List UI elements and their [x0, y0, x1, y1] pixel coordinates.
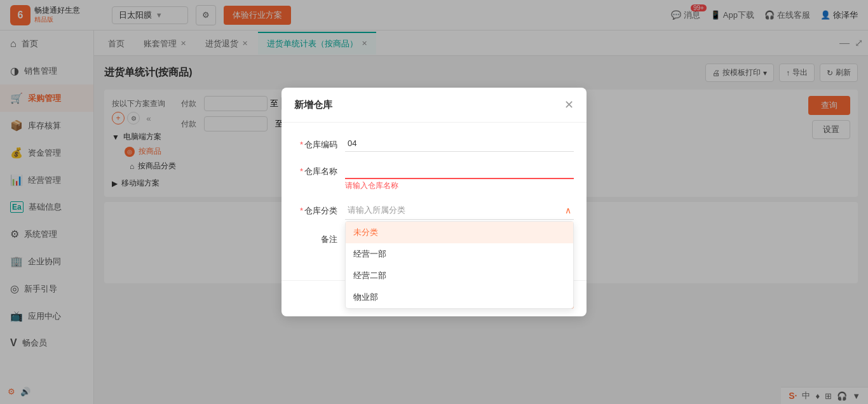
modal-title: 新增仓库 — [294, 99, 332, 111]
dropdown-item-1[interactable]: 经营一部 — [346, 243, 573, 265]
dropdown-item-2[interactable]: 经营二部 — [346, 265, 573, 286]
code-field — [345, 135, 574, 152]
form-row-category: 仓库分类 请输入所属分类 ∧ 未分类 经营一部 — [294, 201, 574, 220]
modal-header: 新增仓库 ✕ — [281, 88, 587, 123]
code-label: 仓库编码 — [294, 135, 345, 151]
form-row-code: 仓库编码 — [294, 135, 574, 152]
modal-body: 仓库编码 仓库名称 请输入仓库名称 仓库分类 请输入所属分类 — [281, 123, 587, 280]
category-label: 仓库分类 — [294, 201, 345, 217]
name-error-text: 请输入仓库名称 — [345, 180, 574, 191]
category-arrow-icon: ∧ — [565, 205, 571, 215]
category-dropdown[interactable]: 请输入所属分类 ∧ — [345, 201, 574, 220]
new-warehouse-modal: 新增仓库 ✕ 仓库编码 仓库名称 请输入仓库名称 仓库分 — [281, 88, 587, 316]
code-input[interactable] — [345, 135, 574, 152]
name-label: 仓库名称 — [294, 162, 345, 177]
form-row-name: 仓库名称 请输入仓库名称 — [294, 162, 574, 191]
name-input[interactable] — [345, 162, 574, 179]
note-label: 备注 — [294, 230, 345, 245]
name-field: 请输入仓库名称 — [345, 162, 574, 191]
modal-close-button[interactable]: ✕ — [564, 98, 574, 112]
category-dropdown-list: 未分类 经营一部 经营二部 物业部 — [345, 221, 574, 309]
category-field[interactable]: 请输入所属分类 ∧ 未分类 经营一部 经营二部 — [345, 201, 574, 220]
modal-backdrop[interactable]: 新增仓库 ✕ 仓库编码 仓库名称 请输入仓库名称 仓库分 — [0, 0, 868, 404]
dropdown-item-3[interactable]: 物业部 — [346, 286, 573, 308]
dropdown-item-0[interactable]: 未分类 — [346, 222, 573, 243]
